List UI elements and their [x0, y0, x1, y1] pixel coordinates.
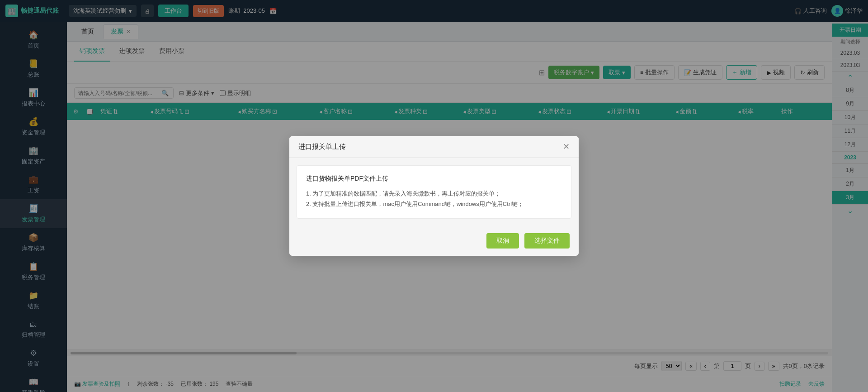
modal-instructions: 1. 为了更加精准的数据匹配，请先录入海关缴款书，再上传对应的报关单； 2. 支… — [306, 188, 562, 210]
modal-dialog: 进口报关单上传 ✕ 进口货物报关单PDF文件上传 1. 为了更加精准的数据匹配，… — [289, 136, 579, 256]
modal-overlay: 进口报关单上传 ✕ 进口货物报关单PDF文件上传 1. 为了更加精准的数据匹配，… — [0, 0, 868, 392]
instruction-2: 2. 支持批量上传进口报关单，mac用户使用Command键，windows用户… — [306, 199, 562, 209]
select-file-button[interactable]: 选择文件 — [524, 233, 570, 249]
cancel-modal-button[interactable]: 取消 — [486, 233, 519, 249]
modal-body-title: 进口货物报关单PDF文件上传 — [306, 175, 562, 183]
modal-header: 进口报关单上传 ✕ — [289, 136, 579, 158]
modal-footer: 取消 选择文件 — [289, 226, 579, 256]
modal-body: 进口货物报关单PDF文件上传 1. 为了更加精准的数据匹配，请先录入海关缴款书，… — [297, 165, 571, 219]
modal-title: 进口报关单上传 — [298, 143, 346, 151]
instruction-1: 1. 为了更加精准的数据匹配，请先录入海关缴款书，再上传对应的报关单； — [306, 188, 562, 199]
close-icon[interactable]: ✕ — [563, 143, 570, 151]
